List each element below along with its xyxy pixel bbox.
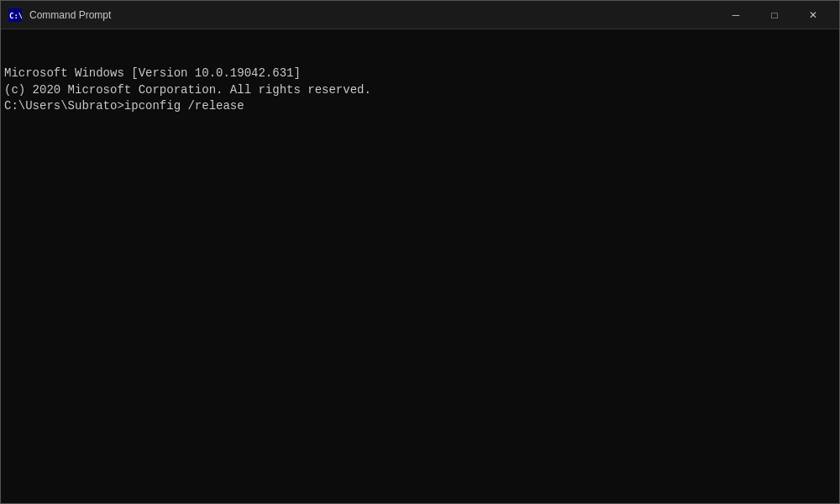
title-bar: C:\ Command Prompt ─ □ ✕: [1, 1, 839, 29]
terminal-line: C:\Users\Subrato>ipconfig /release: [4, 98, 836, 115]
close-button[interactable]: ✕: [794, 1, 832, 29]
command-prompt-window: C:\ Command Prompt ─ □ ✕ Microsoft Windo…: [0, 0, 840, 504]
terminal-line: (c) 2020 Microsoft Corporation. All righ…: [4, 82, 836, 99]
terminal-body[interactable]: Microsoft Windows [Version 10.0.19042.63…: [1, 29, 839, 503]
minimize-button[interactable]: ─: [717, 1, 755, 29]
maximize-button[interactable]: □: [755, 1, 794, 29]
title-bar-controls: ─ □ ✕: [717, 1, 832, 29]
cmd-icon: C:\: [8, 8, 23, 23]
svg-text:C:\: C:\: [9, 12, 22, 20]
title-bar-text: Command Prompt: [29, 9, 717, 21]
terminal-line: Microsoft Windows [Version 10.0.19042.63…: [4, 66, 836, 82]
